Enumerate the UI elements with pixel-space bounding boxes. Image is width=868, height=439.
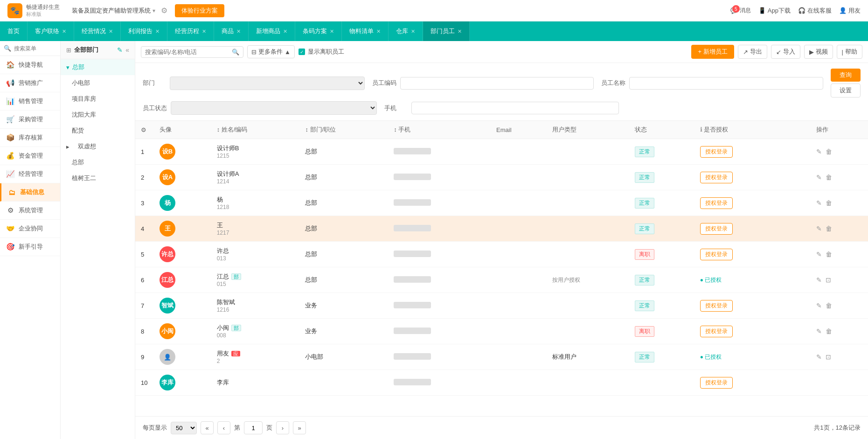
sidebar-search-input[interactable] <box>14 45 61 52</box>
edit-icon[interactable]: ✎ <box>816 148 822 155</box>
edit-icon[interactable]: ✎ <box>816 199 822 207</box>
delete-icon[interactable]: 🗑 <box>826 225 832 232</box>
trial-button[interactable]: 体验行业方案 <box>175 4 224 17</box>
delete-icon[interactable]: 🗑 <box>826 328 832 335</box>
dept-collapse-icon[interactable]: « <box>125 46 129 54</box>
sidebar-item-inventory[interactable]: 📦 库存核算 <box>0 129 60 147</box>
sidebar-item-system[interactable]: ⚙ 系统管理 <box>0 202 60 220</box>
edit-icon[interactable]: ✎ <box>816 276 822 284</box>
nav-item-dept[interactable]: 部门员工 ✕ <box>423 21 470 41</box>
sidebar-item-marketing[interactable]: 📢 营销推广 <box>0 74 60 92</box>
phone-filter-input[interactable] <box>411 102 618 114</box>
sidebar-item-finance[interactable]: 💰 资金管理 <box>0 147 60 165</box>
col-settings[interactable]: ⚙ <box>135 121 154 139</box>
auth-button[interactable]: 授权登录 <box>700 326 733 337</box>
dept-filter-select[interactable] <box>170 77 365 90</box>
reset-button[interactable]: 设置 <box>831 84 861 98</box>
video-button[interactable]: ▶ 视频 <box>804 45 833 59</box>
nav-item-profit[interactable]: 利润报告 ✕ <box>121 21 167 41</box>
dept-edit-icon[interactable]: ✎ <box>117 46 123 54</box>
delete-icon[interactable]: 🗑 <box>826 148 832 155</box>
sidebar-item-sales[interactable]: 📊 销售管理 <box>0 92 60 111</box>
delete-icon[interactable]: 🗑 <box>826 199 832 207</box>
nav-item-goods[interactable]: 商品 ✕ <box>214 21 249 41</box>
nav-item-bom[interactable]: 物料清单 ✕ <box>342 21 389 41</box>
nav-close-bom[interactable]: ✕ <box>376 28 381 35</box>
delete-icon[interactable]: 🗑 <box>826 174 832 181</box>
nav-item-warehouse[interactable]: 仓库 ✕ <box>389 21 423 41</box>
edit-icon[interactable]: ✎ <box>816 251 822 258</box>
nav-item-home[interactable]: 首页 <box>0 21 28 41</box>
edit-icon[interactable]: ✎ <box>816 174 822 181</box>
dept-tree-item-6[interactable]: 总部 <box>61 154 135 170</box>
page-input[interactable] <box>244 421 263 434</box>
chevron-icon[interactable]: ▾ <box>153 7 155 14</box>
first-page-button[interactable]: « <box>201 421 214 434</box>
delete-icon[interactable]: 🗑 <box>826 251 832 258</box>
filter-search-icon[interactable]: 🔍 <box>232 49 239 56</box>
prev-page-button[interactable]: ‹ <box>217 421 230 434</box>
sidebar-item-business[interactable]: 📈 经营管理 <box>0 165 60 183</box>
settings-button[interactable]: ⚙ <box>159 4 169 17</box>
dept-tree-item-2[interactable]: 项目库房 <box>61 91 135 107</box>
sidebar-item-purchase[interactable]: 🛒 采购管理 <box>0 111 60 129</box>
show-resigned-toggle[interactable]: ✓ 显示离职员工 <box>299 48 344 56</box>
copy-icon[interactable]: ⊡ <box>826 353 831 361</box>
per-page-select[interactable]: 50 20 100 <box>171 422 197 434</box>
sidebar-item-basic[interactable]: 🗂 基础信息 <box>0 183 60 202</box>
nav-close-customer[interactable]: ✕ <box>62 28 66 35</box>
dept-tree-item-5[interactable]: ▸ 双虚想 <box>61 139 135 154</box>
last-page-button[interactable]: » <box>293 421 306 434</box>
auth-button[interactable]: 授权登录 <box>700 377 733 389</box>
nav-item-add-goods[interactable]: 新增商品 ✕ <box>249 21 295 41</box>
nav-item-barcode[interactable]: 条码方案 ✕ <box>295 21 342 41</box>
edit-icon[interactable]: ✎ <box>816 353 822 361</box>
auth-button[interactable]: 授权登录 <box>700 172 733 183</box>
sidebar-item-quicknav[interactable]: 🏠 快捷导航 <box>0 56 60 74</box>
help-button[interactable]: | 帮助 <box>837 45 862 59</box>
nav-close-profit[interactable]: ✕ <box>155 28 160 35</box>
delete-icon[interactable]: 🗑 <box>826 302 832 309</box>
auth-button[interactable]: 授权登录 <box>700 223 733 235</box>
more-filter-button[interactable]: ⊟ 更多条件 ▲ <box>247 45 295 58</box>
message-button[interactable]: 💬 5 消息 <box>730 7 751 14</box>
nav-item-history[interactable]: 经营历程 ✕ <box>167 21 214 41</box>
add-employee-button[interactable]: + 新增员工 <box>691 45 734 59</box>
show-resigned-checkbox[interactable]: ✓ <box>299 49 305 55</box>
nav-close-add-goods[interactable]: ✕ <box>283 28 287 35</box>
dept-tree-item-3[interactable]: 沈阳大库 <box>61 107 135 123</box>
copy-icon[interactable]: ⊡ <box>826 276 831 284</box>
nav-item-ops[interactable]: 经营情况 ✕ <box>74 21 121 41</box>
nav-close-history[interactable]: ✕ <box>202 28 206 35</box>
next-page-button[interactable]: › <box>276 421 289 434</box>
dept-tree-item-7[interactable]: 植树王二 <box>61 170 135 186</box>
edit-icon[interactable]: ✎ <box>816 328 822 335</box>
nav-close-warehouse[interactable]: ✕ <box>411 28 415 35</box>
auth-button[interactable]: 授权登录 <box>700 197 733 209</box>
dept-tree-item-4[interactable]: 配货 <box>61 123 135 139</box>
dept-tree-item-1[interactable]: 小电部 <box>61 75 135 91</box>
auth-button[interactable]: 授权登录 <box>700 300 733 312</box>
emp-code-input[interactable] <box>400 77 594 90</box>
nav-close-goods[interactable]: ✕ <box>236 28 241 35</box>
nav-item-customer[interactable]: 客户联络 ✕ <box>28 21 74 41</box>
nav-close-dept[interactable]: ✕ <box>458 28 462 35</box>
dept-tree-item-0[interactable]: ▾ 总部 <box>61 59 135 75</box>
status-filter-select[interactable] <box>171 101 377 115</box>
online-service-button[interactable]: 🎧 在线客服 <box>798 7 832 15</box>
col-phone[interactable]: ↕ 手机 <box>388 121 491 139</box>
auth-button[interactable]: 授权登录 <box>700 146 733 158</box>
edit-icon[interactable]: ✎ <box>816 302 822 309</box>
app-download-button[interactable]: 📱 App下载 <box>758 7 791 15</box>
query-button[interactable]: 查询 <box>831 69 861 82</box>
col-dept-pos[interactable]: ↕ 部门/职位 <box>299 121 388 139</box>
export-button[interactable]: ↗ 导出 <box>738 45 767 59</box>
nav-close-ops[interactable]: ✕ <box>109 28 113 35</box>
sidebar-item-guide[interactable]: 🎯 新手引导 <box>0 238 60 256</box>
emp-name-input[interactable] <box>629 77 823 90</box>
filter-search-input[interactable] <box>145 49 229 56</box>
nav-close-barcode[interactable]: ✕ <box>330 28 334 35</box>
import-button[interactable]: ↙ 导入 <box>771 45 800 59</box>
sidebar-item-collab[interactable]: 🤝 企业协同 <box>0 220 60 238</box>
auth-button[interactable]: 授权登录 <box>700 249 733 260</box>
